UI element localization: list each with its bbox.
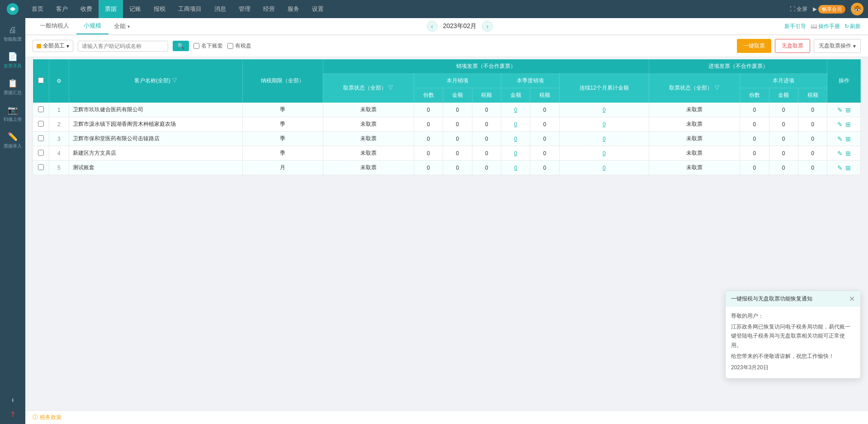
cumulative-cell: 0 xyxy=(559,117,649,132)
tab-general-taxpayer[interactable]: 一般纳税人 xyxy=(33,18,76,34)
sidebar-download-btn[interactable]: ⬇ xyxy=(1,394,24,406)
nav-tax[interactable]: 报税 xyxy=(147,0,172,18)
th-operations: 操作 xyxy=(827,59,861,103)
row-checkbox[interactable] xyxy=(38,135,44,141)
th-quarterly-sales-tax: 税额 xyxy=(530,88,559,103)
refresh-link[interactable]: ↻ 刷新 xyxy=(844,23,861,30)
toolbar-right: 一键取票 无盘取票 无盘取票操作 ▾ xyxy=(737,39,861,53)
logo xyxy=(5,1,21,17)
income-amount-cell: 0 xyxy=(769,132,798,146)
nav-management[interactable]: 管理 xyxy=(232,0,257,18)
search-button[interactable]: 🔍 xyxy=(173,41,189,51)
invoice-table: ⚙ 客户名称(全部) ▽ 纳税期限（全部） 销项发票（不合作废票） 进项发票（不… xyxy=(33,59,861,175)
vip-btn[interactable]: ▶ 畅享会员 xyxy=(813,5,845,14)
notification-close-btn[interactable]: ✕ xyxy=(849,295,855,303)
nav-home[interactable]: 首页 xyxy=(25,0,50,18)
income-cancel-status-cell: 未取票 xyxy=(649,132,740,146)
quarterly-tax-cell: 0 xyxy=(530,103,559,117)
has-tax-disk-checkbox[interactable] xyxy=(227,43,233,49)
table-body: 1 卫辉市玖玖健合医药有限公司 季 未取票 0 0 0 0 0 0 未取票 0 … xyxy=(33,103,861,175)
sidebar-help-btn[interactable]: ❓ xyxy=(1,408,24,420)
nav-operation[interactable]: 经营 xyxy=(257,0,281,18)
employee-filter-select[interactable]: 全部员工 ▾ xyxy=(33,40,73,52)
help-icon: ❓ xyxy=(10,412,15,417)
period-prev-btn[interactable]: ‹ xyxy=(427,21,438,32)
quarterly-amount-cell: 0 xyxy=(501,103,530,117)
nav-invoice[interactable]: 票据 xyxy=(99,0,123,18)
income-cancel-filter-icon[interactable]: ▽ xyxy=(714,85,720,91)
edit-icon[interactable]: ✎ xyxy=(837,106,843,114)
nav-service[interactable]: 服务 xyxy=(281,0,306,18)
my-account-checkbox[interactable] xyxy=(193,43,199,49)
sidebar-item-invoice-summary[interactable]: 📋 票据汇总 xyxy=(1,75,24,100)
th-tax-period: 纳税期限（全部） xyxy=(243,59,323,103)
actions-cell: ✎ ⊞ xyxy=(827,146,861,161)
search-input[interactable] xyxy=(78,41,168,52)
th-sales-section: 销项发票（不合作废票） xyxy=(323,59,649,74)
th-quarterly-sales-amount: 金额 xyxy=(501,88,530,103)
nav-billing[interactable]: 收费 xyxy=(74,0,99,18)
one-click-btn[interactable]: 一键取票 xyxy=(737,39,771,53)
smart-invoice-icon: 🖨 xyxy=(9,25,17,35)
edit-icon[interactable]: ✎ xyxy=(837,164,843,172)
bottom-bar: ⓘ 税务政策 xyxy=(25,410,868,424)
monthly-sales-tax-cell: 0 xyxy=(472,146,501,161)
row-checkbox[interactable] xyxy=(38,106,44,112)
income-cancel-status-cell: 未取票 xyxy=(649,117,740,132)
th-income-tax: 税额 xyxy=(798,88,827,103)
nav-bookkeeping[interactable]: 记账 xyxy=(123,0,147,18)
client-name-cell: 卫辉市保和堂医药有限公司击辕路店 xyxy=(69,132,242,146)
nav-message[interactable]: 消息 xyxy=(208,0,232,18)
fullscreen-btn[interactable]: ⛶ 全屏 xyxy=(790,5,807,13)
row-checkbox[interactable] xyxy=(38,121,44,127)
detail-icon[interactable]: ⊞ xyxy=(845,164,851,172)
more-operations-btn[interactable]: 无盘取票操作 ▾ xyxy=(814,39,861,53)
tax-period-cell: 季 xyxy=(243,117,323,132)
no-disk-btn[interactable]: 无盘取票 xyxy=(775,39,810,53)
manual-icon: 📖 xyxy=(811,23,817,29)
sidebar-item-issue-invoice[interactable]: 📄 发票开具 xyxy=(1,48,24,73)
new-guide-link[interactable]: 新手引导 xyxy=(784,23,806,30)
nav-right: ⛶ 全屏 ▶ 畅享会员 🐯 xyxy=(790,3,863,15)
edit-icon[interactable]: ✎ xyxy=(837,150,843,157)
actions-cell: ✎ ⊞ xyxy=(827,117,861,132)
income-tax-cell: 0 xyxy=(798,103,827,117)
nav-settings[interactable]: 设置 xyxy=(306,0,330,18)
sales-cancel-filter-icon[interactable]: ▽ xyxy=(388,85,393,91)
monthly-sales-tax-cell: 0 xyxy=(472,161,501,175)
manual-link[interactable]: 📖 操作手册 xyxy=(811,23,840,30)
filter-icon[interactable]: ▽ xyxy=(172,77,177,84)
period-next-btn[interactable]: › xyxy=(482,21,493,32)
detail-icon[interactable]: ⊞ xyxy=(845,106,851,114)
tab-all[interactable]: 全能 ▾ xyxy=(108,19,135,34)
table-row: 3 卫辉市保和堂医药有限公司击辕路店 季 未取票 0 0 0 0 0 0 未取票… xyxy=(33,132,861,146)
select-all-checkbox[interactable] xyxy=(38,77,44,83)
th-client-name: 客户名称(全部) ▽ xyxy=(69,59,242,103)
sidebar-item-invoice-entry[interactable]: ✏️ 票据录入 xyxy=(1,128,24,153)
row-checkbox[interactable] xyxy=(38,164,44,170)
th-settings: ⚙ xyxy=(49,59,69,103)
monthly-sales-count-cell: 0 xyxy=(414,103,443,117)
edit-icon[interactable]: ✎ xyxy=(837,135,843,143)
sidebar-item-scan-upload[interactable]: 📷 扫描上传 xyxy=(1,101,24,126)
employee-chevron-icon: ▾ xyxy=(66,43,69,49)
quarterly-amount-cell: 0 xyxy=(501,117,530,132)
th-monthly-sales-tax: 税额 xyxy=(472,88,501,103)
my-account-checkbox-label[interactable]: 名下账套 xyxy=(193,42,223,50)
has-tax-disk-checkbox-label[interactable]: 有税盘 xyxy=(227,42,251,50)
user-avatar[interactable]: 🐯 xyxy=(851,3,863,15)
detail-icon[interactable]: ⊞ xyxy=(845,150,851,157)
top-navigation: 首页 客户 收费 票据 记账 报税 工商项目 消息 管理 经营 服务 设置 ⛶ … xyxy=(0,0,868,18)
detail-icon[interactable]: ⊞ xyxy=(845,121,851,128)
tax-policy-link[interactable]: ⓘ 税务政策 xyxy=(33,414,61,421)
row-checkbox[interactable] xyxy=(38,150,44,156)
income-tax-cell: 0 xyxy=(798,132,827,146)
nav-client[interactable]: 客户 xyxy=(50,0,74,18)
nav-business[interactable]: 工商项目 xyxy=(172,0,208,18)
sidebar-item-smart-invoice[interactable]: 🖨 智能取票 xyxy=(1,22,24,46)
actions-cell: ✎ ⊞ xyxy=(827,132,861,146)
tab-small-scale[interactable]: 小规模 xyxy=(76,18,108,34)
edit-icon[interactable]: ✎ xyxy=(837,121,843,128)
detail-icon[interactable]: ⊞ xyxy=(845,135,851,143)
income-cancel-status-cell: 未取票 xyxy=(649,103,740,117)
